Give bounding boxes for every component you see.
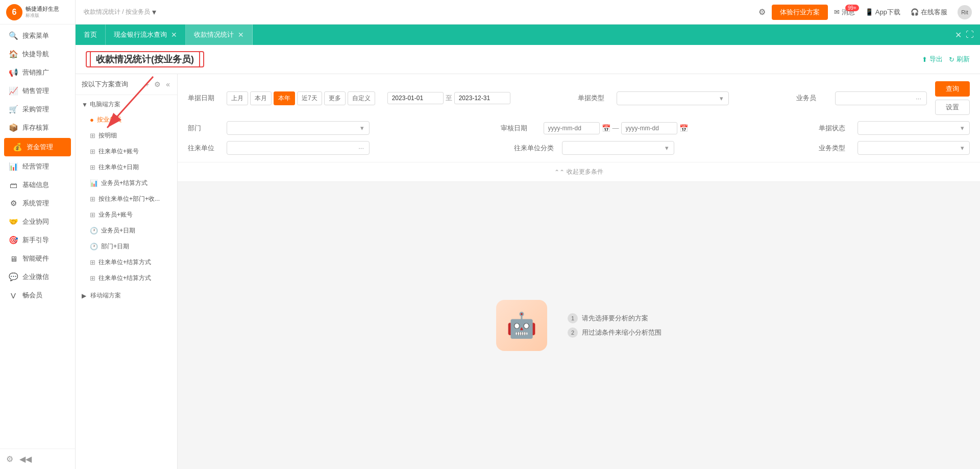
review-date-separator: — (612, 124, 619, 132)
guide-icon: 🎯 (8, 236, 18, 245)
scheme-item-unit-dept[interactable]: ⊞ 按往来单位+部门+收... (76, 191, 177, 207)
sidebar-item-system[interactable]: ⚙ 系统管理 (0, 194, 75, 213)
sidebar-logo: 6 畅捷通好生意 标准版 (0, 0, 75, 25)
scheme-item-unit-date[interactable]: ⊞ 往来单位+日期 (76, 159, 177, 175)
user-avatar[interactable]: Rit (958, 5, 972, 19)
tab-cashflow-close[interactable]: ✕ (171, 31, 177, 39)
mobile-scheme-header[interactable]: ▶ 移动端方案 (76, 288, 177, 303)
dept-select[interactable]: ▾ (227, 121, 370, 135)
desktop-group-label: 电脑端方案 (90, 100, 120, 109)
scheme-item-unit-account[interactable]: ⊞ 往来单位+账号 (76, 144, 177, 159)
window-controls: ✕ ⛶ (949, 25, 980, 45)
review-start-calendar-icon[interactable]: 📅 (602, 124, 610, 132)
add-scheme-btn[interactable]: + (144, 79, 150, 89)
unit-method2-icon: ⊞ (90, 274, 95, 282)
salesperson-select[interactable]: ··· (835, 91, 927, 105)
trial-btn[interactable]: 体验行业方案 (772, 5, 828, 20)
desktop-scheme-header[interactable]: ▼ 电脑端方案 (76, 97, 177, 112)
doc-type-select[interactable]: ▾ (617, 91, 729, 105)
step-num-1: 1 (568, 313, 578, 323)
sidebar-label-marketing: 营销推广 (22, 68, 49, 77)
date-btn-last-month[interactable]: 上月 (227, 91, 248, 105)
sidebar-item-marketing[interactable]: 📢 营销推广 (0, 63, 75, 82)
export-btn[interactable]: ⬆ 导出 (922, 55, 943, 64)
enterprise-icon: 🤝 (8, 217, 18, 226)
content-area: 收款情况统计(按业务员) ⬆ 导出 ↻ 刷新 按以下方案查询 (76, 45, 980, 469)
salesperson-dots[interactable]: ··· (916, 95, 921, 102)
date-end-input[interactable] (454, 92, 510, 104)
date-start-input[interactable] (387, 92, 444, 104)
sidebar-item-sales[interactable]: 📈 销售管理 (0, 82, 75, 100)
date-btn-more[interactable]: 更多 (324, 91, 346, 105)
scheme-item-dept-date[interactable]: 🕐 部门+日期 (76, 239, 177, 254)
review-date-label: 审核日期 (501, 124, 531, 133)
counterpart-dots[interactable]: ··· (358, 144, 364, 152)
panel-collapse-btn[interactable]: « (165, 79, 171, 89)
sidebar-label-system: 系统管理 (22, 199, 49, 208)
window-close-btn[interactable]: ✕ (955, 30, 962, 40)
sidebar-item-finance[interactable]: 💰 资金管理 (4, 138, 71, 156)
salesperson-method-icon: 📊 (90, 179, 98, 187)
doc-status-select[interactable]: ▾ (857, 121, 970, 135)
scheme-item-unit-method[interactable]: ⊞ 往来单位+结算方式 (76, 254, 177, 270)
tab-collection[interactable]: 收款情况统计 ✕ (186, 25, 253, 45)
breadcrumb-dropdown-icon[interactable]: ▾ (152, 7, 156, 17)
business-type-label: 业务类型 (819, 144, 849, 153)
dept-label: 部门 (188, 124, 218, 133)
app-download-btn[interactable]: 📱 App下载 (865, 8, 900, 17)
review-date-end-input[interactable] (621, 122, 677, 134)
messages-icon: ✉ (834, 8, 840, 16)
sidebar-item-shortcut[interactable]: 🏠 快捷导航 (0, 45, 75, 63)
scheme-item-salesperson-account[interactable]: ⊞ 业务员+账号 (76, 207, 177, 223)
tab-cashflow[interactable]: 现金银行流水查询 ✕ (106, 25, 186, 45)
footer-settings-icon[interactable]: ⚙ (6, 454, 13, 464)
review-end-calendar-icon[interactable]: 📅 (679, 124, 688, 132)
mobile-group-label: 移动端方案 (90, 291, 121, 300)
sidebar-item-enterprise[interactable]: 🤝 企业协同 (0, 213, 75, 231)
sidebar-item-search[interactable]: 🔍 搜索菜单 (0, 27, 75, 45)
query-btn[interactable]: 查询 (935, 81, 970, 97)
scheme-label-unit-method2: 往来单位+结算方式 (99, 274, 151, 283)
topbar-gear-icon[interactable]: ⚙ (758, 7, 766, 17)
scheme-item-unit-method2[interactable]: ⊞ 往来单位+结算方式 (76, 270, 177, 286)
scheme-item-detail[interactable]: ⊞ 按明细 (76, 128, 177, 144)
date-btn-7days[interactable]: 近7天 (297, 91, 322, 105)
window-maximize-btn[interactable]: ⛶ (966, 30, 974, 39)
counterpart-category-select[interactable]: ▾ (562, 141, 674, 155)
business-type-select[interactable]: ▾ (857, 141, 970, 155)
panel-header-label: 按以下方案查询 (82, 80, 128, 89)
left-panel: 按以下方案查询 + ⚙ « ▼ 电脑端方案 ● 按业务员 (76, 74, 178, 469)
date-btn-custom[interactable]: 自定义 (348, 91, 375, 105)
date-label: 单据日期 (188, 93, 218, 103)
tab-collection-close[interactable]: ✕ (238, 31, 244, 39)
scheme-label-unit-account: 往来单位+账号 (99, 147, 139, 156)
unit-date-icon: ⊞ (90, 163, 95, 171)
sidebar-item-basic[interactable]: 🗃 基础信息 (0, 176, 75, 194)
date-btn-this-month[interactable]: 本月 (250, 91, 272, 105)
scheme-item-salesperson-method[interactable]: 📊 业务员+结算方式 (76, 175, 177, 191)
date-btn-this-year[interactable]: 本年 (274, 91, 295, 105)
scheme-settings-btn[interactable]: ⚙ (153, 79, 162, 89)
panel-header-actions: + ⚙ « (144, 79, 171, 89)
scheme-item-salesperson[interactable]: ● 按业务员 (76, 112, 177, 128)
sidebar-item-inventory[interactable]: 📦 库存核算 (0, 119, 75, 137)
online-service-btn[interactable]: 🎧 在线客服 (911, 8, 947, 17)
footer-collapse-icon[interactable]: ◀◀ (19, 454, 32, 464)
sidebar-item-guide[interactable]: 🎯 新手引导 (0, 231, 75, 249)
sidebar-item-operation[interactable]: 📊 经营管理 (0, 157, 75, 176)
review-date-start-input[interactable] (544, 122, 600, 134)
collapse-more-btn[interactable]: ⌃⌃ 收起更多条件 (554, 168, 603, 176)
scheme-item-salesperson-date[interactable]: 🕐 业务员+日期 (76, 223, 177, 239)
sidebar-item-member[interactable]: V 畅会员 (0, 286, 75, 304)
tab-home[interactable]: 首页 (76, 25, 106, 45)
doc-status-label: 单据状态 (819, 124, 849, 133)
messages-badge: 99+ (845, 5, 859, 11)
refresh-btn[interactable]: ↻ 刷新 (949, 55, 970, 64)
sidebar-item-hardware[interactable]: 🖥 智能硬件 (0, 249, 75, 268)
sidebar-item-purchase[interactable]: 🛒 采购管理 (0, 100, 75, 119)
sidebar-item-wechat[interactable]: 💬 企业微信 (0, 268, 75, 286)
filter-settings-btn[interactable]: 设置 (935, 100, 970, 115)
member-icon: V (8, 291, 18, 300)
messages-btn[interactable]: ✉ 消息 99+ (834, 8, 855, 17)
counterpart-select[interactable]: ··· (227, 141, 370, 155)
